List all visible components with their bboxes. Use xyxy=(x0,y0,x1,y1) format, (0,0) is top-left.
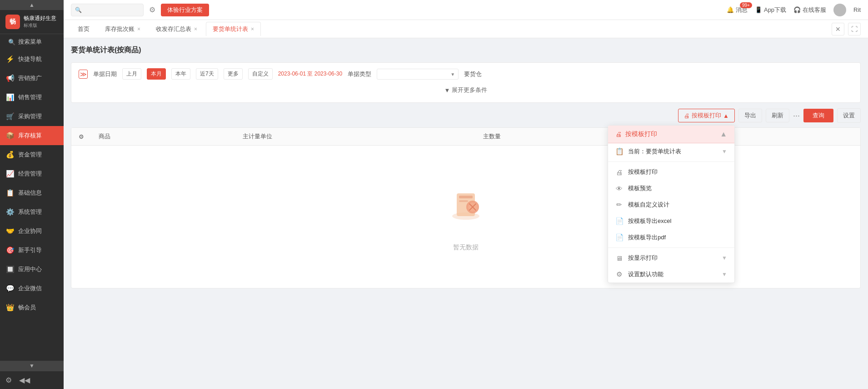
print-template-button[interactable]: 🖨 按模板打印 ▲ xyxy=(678,109,735,122)
sidebar-item-basic[interactable]: 📋 基础信息 xyxy=(0,183,64,202)
dropdown-item-template-print[interactable]: 🖨 按模板打印 xyxy=(608,164,734,180)
sidebar-item-wechat[interactable]: 💬 企业微信 xyxy=(0,279,64,298)
tab-batch-account-label: 库存批次账 xyxy=(105,25,135,33)
col-settings[interactable]: ⚙ xyxy=(71,128,91,146)
finance-icon: 💰 xyxy=(5,150,15,159)
sidebar-item-enterprise[interactable]: 🤝 企业协同 xyxy=(0,222,64,241)
user-avatar[interactable] xyxy=(833,4,846,16)
purchase-label: 采购管理 xyxy=(18,112,42,121)
tab-maximize-btn[interactable]: ⛶ xyxy=(848,23,861,35)
more-button[interactable]: ··· xyxy=(793,111,800,121)
logo-text: 畅康通好生意 标准版 xyxy=(24,15,56,29)
trial-button[interactable]: 体验行业方案 xyxy=(161,4,209,16)
filter-expand-toggle[interactable]: ≫ xyxy=(79,70,88,79)
date-btn-more[interactable]: 更多 xyxy=(224,68,243,80)
tab-receipts-summary-close[interactable]: × xyxy=(194,26,197,32)
sidebar-item-marketing[interactable]: 📢 营销推广 xyxy=(0,69,64,88)
sidebar-scroll-down[interactable]: ▼ xyxy=(0,361,64,371)
app-download-button[interactable]: 📱 App下载 xyxy=(755,6,786,14)
tab-order-stats[interactable]: 要货单统计表 × xyxy=(206,22,261,36)
svg-rect-3 xyxy=(459,200,468,202)
dropdown-item-export-pdf[interactable]: 📄 按模板导出pdf xyxy=(608,229,734,246)
dropdown-item-template-custom[interactable]: ✏ 模板自定义设计 xyxy=(608,197,734,213)
member-icon: 👑 xyxy=(5,303,15,312)
date-btn-last-month[interactable]: 上月 xyxy=(122,68,141,80)
sidebar-item-newbie[interactable]: 🎯 新手引导 xyxy=(0,241,64,260)
table-area: ⚙ 商品 主计量单位 主数量 零售金额 xyxy=(71,127,861,288)
current-template-arrow: ▼ xyxy=(722,148,727,155)
sidebar-item-finance[interactable]: 💰 资金管理 xyxy=(0,145,64,164)
member-label: 畅会员 xyxy=(18,303,36,312)
current-template-item[interactable]: 📋 当前：要货单统计表 ▼ xyxy=(608,143,734,160)
online-service-button[interactable]: 🎧 在线客服 xyxy=(793,6,826,14)
refresh-button[interactable]: 刷新 xyxy=(766,109,789,122)
sidebar-item-sales[interactable]: 📊 销售管理 xyxy=(0,88,64,107)
sidebar-item-quick-nav[interactable]: ⚡ 快捷导航 xyxy=(0,50,64,69)
tab-receipts-summary[interactable]: 收发存汇总表 × xyxy=(149,22,204,36)
dropdown-item-export-excel[interactable]: 📄 按模板导出excel xyxy=(608,213,734,229)
tab-home[interactable]: 首页 xyxy=(71,22,96,36)
tabbar: 首页 库存批次账 × 收发存汇总表 × 要货单统计表 × ✕ ⛶ xyxy=(64,20,868,38)
sidebar-bottom: ⚙ ◀◀ xyxy=(0,371,64,389)
sidebar-item-app-center[interactable]: 🔲 应用中心 xyxy=(0,260,64,279)
page-title: 要货单统计表(按商品) xyxy=(71,45,861,55)
type-filter-label: 单据类型 xyxy=(348,70,371,78)
service-icon: 🎧 xyxy=(793,6,801,13)
logo-icon: 畅 xyxy=(5,15,20,29)
username-label: Rit xyxy=(853,6,861,13)
data-table: ⚙ 商品 主计量单位 主数量 零售金额 xyxy=(71,128,860,146)
template-print-icon: 🖨 xyxy=(615,168,624,176)
sidebar-item-system[interactable]: ⚙️ 系统管理 xyxy=(0,202,64,222)
query-button[interactable]: 查询 xyxy=(803,109,833,122)
dropdown-item-display-print[interactable]: 🖥 按显示打印 ▼ xyxy=(608,250,734,266)
export-button[interactable]: 导出 xyxy=(738,109,762,122)
audio-bottom-icon[interactable]: ◀◀ xyxy=(19,376,30,384)
sidebar-item-operations[interactable]: 📈 经营管理 xyxy=(0,164,64,183)
topbar-search-icon: 🔍 xyxy=(75,7,82,13)
app-download-label: App下载 xyxy=(764,6,786,14)
print-dropdown-menu: 🖨 按模板打印 ▲ 📋 当前：要货单统计表 ▼ 🖨 按模板打印 xyxy=(608,125,735,283)
messages-button[interactable]: 🔔 消息 99+ xyxy=(727,6,748,14)
dropdown-item-default-function[interactable]: ⚙ 设置默认功能 ▼ xyxy=(608,266,734,283)
tab-batch-account[interactable]: 库存批次账 × xyxy=(98,22,147,36)
date-filter-label: 单据日期 xyxy=(93,70,117,78)
dropdown-item-template-preview[interactable]: 👁 模板预览 xyxy=(608,180,734,197)
template-custom-icon: ✏ xyxy=(615,201,624,209)
tab-receipts-summary-label: 收发存汇总表 xyxy=(156,25,191,33)
sidebar-search[interactable]: 🔍 搜索菜单 xyxy=(0,34,64,50)
dropdown-title: 🖨 按模板打印 xyxy=(615,130,657,138)
date-btn-this-month[interactable]: 本月 xyxy=(147,68,166,80)
enterprise-label: 企业协同 xyxy=(18,227,42,235)
divider-2 xyxy=(608,248,734,248)
date-range-text: 2023-06-01 至 2023-06-30 xyxy=(278,70,342,78)
date-btn-last-7-days[interactable]: 近7天 xyxy=(196,68,218,80)
dropdown-close-icon[interactable]: ▲ xyxy=(720,130,727,138)
current-template-label: 当前：要货单统计表 xyxy=(628,147,717,156)
col-unit: 主计量单位 xyxy=(235,128,476,146)
app-center-label: 应用中心 xyxy=(18,265,42,273)
topbar: 🔍 ⚙ 体验行业方案 🔔 消息 99+ 📱 App下载 🎧 在线客服 Rit xyxy=(64,0,868,20)
dropdown-header: 🖨 按模板打印 ▲ xyxy=(608,126,734,143)
basic-label: 基础信息 xyxy=(18,189,42,197)
topbar-gear-icon[interactable]: ⚙ xyxy=(149,5,155,14)
settings-bottom-icon[interactable]: ⚙ xyxy=(5,376,12,384)
sidebar-item-inventory[interactable]: 📦 库存核算 xyxy=(0,126,64,145)
sidebar-scroll-up[interactable]: ▲ xyxy=(0,0,64,10)
export-pdf-icon: 📄 xyxy=(615,233,624,242)
topbar-right: 🔔 消息 99+ 📱 App下载 🎧 在线客服 Rit xyxy=(727,4,861,16)
enterprise-icon: 🤝 xyxy=(5,227,15,236)
settings-button[interactable]: 设置 xyxy=(837,108,861,123)
tab-batch-account-close[interactable]: × xyxy=(137,26,140,32)
filter-expand-btn[interactable]: ▼ 展开更多条件 xyxy=(79,83,853,97)
tab-order-stats-close[interactable]: × xyxy=(251,26,254,32)
tab-close-btn[interactable]: ✕ xyxy=(832,23,844,35)
date-btn-custom[interactable]: 自定义 xyxy=(248,68,273,80)
printer-header-icon: 🖨 xyxy=(615,131,622,138)
date-btn-this-year[interactable]: 本年 xyxy=(171,68,190,80)
filter-expand-label: 展开更多条件 xyxy=(452,86,487,94)
wechat-label: 企业微信 xyxy=(18,284,42,293)
topbar-search-box[interactable]: 🔍 xyxy=(71,4,144,16)
sidebar-item-member[interactable]: 👑 畅会员 xyxy=(0,298,64,317)
type-select[interactable] xyxy=(377,69,459,80)
sidebar-item-purchase[interactable]: 🛒 采购管理 xyxy=(0,107,64,126)
